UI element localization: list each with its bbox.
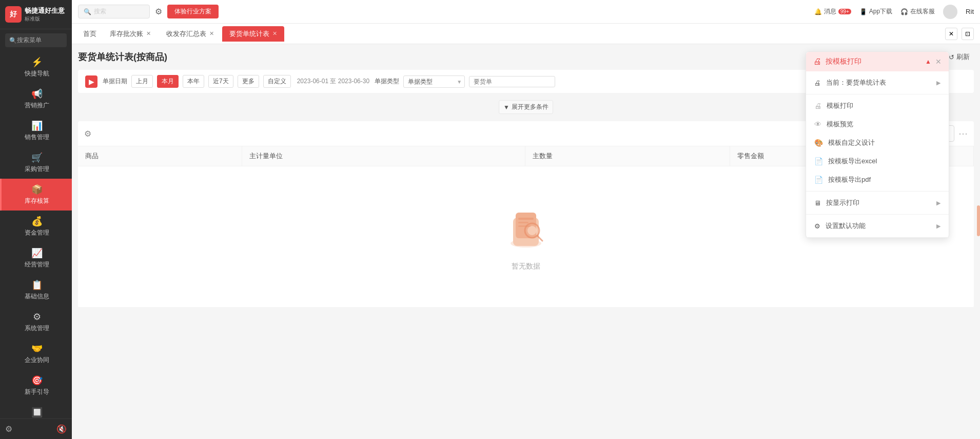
tab-order-stats-close[interactable]: ✕: [272, 30, 277, 37]
page-title: 要货单统计表(按商品): [78, 51, 167, 63]
sidebar-item-sales[interactable]: 📊 销售管理: [0, 115, 72, 147]
dropdown-template-excel[interactable]: 📄 按模板导出excel: [806, 152, 949, 170]
sidebar-item-coop[interactable]: 🤝 企业协同: [0, 338, 72, 370]
template-pdf-icon: 📄: [814, 176, 823, 184]
notification-label: 消息: [824, 7, 836, 16]
dropdown-items-section: 🖨 模板打印 👁 模板预览 🎨 模板自定义设计 📄 按模板导出excel 📄 按…: [806, 94, 949, 192]
col-goods: 商品: [78, 146, 242, 166]
default-function-expand-icon: ▶: [936, 223, 940, 230]
template-pdf-label: 按模板导出pdf: [828, 175, 871, 184]
sidebar-item-marketing[interactable]: 📢 营销推广: [0, 83, 72, 115]
dropdown-current-section: 🖨 当前：要货单统计表 ▶: [806, 71, 949, 94]
expand-more-btn[interactable]: ▼ 展开更多条件: [499, 100, 553, 114]
sidebar-item-apps[interactable]: 🔲 应用中心: [0, 402, 72, 418]
finance-icon: 💰: [31, 216, 43, 227]
inventory-label: 库存核算: [25, 197, 49, 205]
dropdown-default-function[interactable]: ⚙ 设置默认功能 ▶: [806, 217, 949, 235]
col-quantity: 主数量: [525, 146, 730, 166]
date-prev-month-btn[interactable]: 上月: [131, 75, 153, 88]
sidebar-search[interactable]: 🔍 搜索菜单: [5, 33, 67, 47]
sidebar-logo: 好 畅捷通好生意 标准版: [0, 0, 72, 29]
date-current-year-btn[interactable]: 本年: [183, 75, 204, 88]
sidebar-item-inventory[interactable]: 📦 库存核算: [0, 179, 72, 211]
table-gear-icon[interactable]: ⚙: [84, 129, 91, 139]
dropdown-template-preview[interactable]: 👁 模板预览: [806, 115, 949, 133]
app-download-btn[interactable]: 📱 App下载: [859, 7, 892, 16]
date-label: 单据日期: [103, 77, 127, 86]
topbar: 🔍 搜索 ⚙ 体验行业方案 🔔 消息 99+ 📱 App下载 🎧 在线客服 Ri…: [72, 0, 980, 24]
filter-row: 单据日期 上月 本月 本年 近7天 更多 自定义 2023-06-01 至 20…: [103, 75, 369, 88]
tab-receipts-close[interactable]: ✕: [209, 30, 214, 37]
empty-illustration: [500, 202, 552, 254]
sidebar-item-system[interactable]: ⚙ 系统管理: [0, 306, 72, 338]
sidebar-item-guide[interactable]: 🎯 新手引导: [0, 370, 72, 402]
dropdown-chevron-up-icon[interactable]: ▲: [925, 58, 931, 65]
dropdown-current-item[interactable]: 🖨 当前：要货单统计表 ▶: [806, 73, 949, 92]
mute-icon[interactable]: 🔇: [56, 424, 67, 434]
dropdown-template-custom[interactable]: 🎨 模板自定义设计: [806, 133, 949, 152]
tab-maximize-btn[interactable]: ⊡: [962, 28, 974, 40]
template-custom-label: 模板自定义设计: [828, 138, 875, 147]
type-label: 单据类型: [375, 77, 399, 86]
date-custom-btn[interactable]: 自定义: [263, 75, 291, 88]
date-7days-btn[interactable]: 近7天: [208, 75, 233, 88]
type-select[interactable]: 单据类型: [403, 75, 465, 88]
sidebar-item-finance[interactable]: 💰 资金管理: [0, 211, 72, 242]
sidebar-item-business[interactable]: 📈 经营管理: [0, 242, 72, 274]
tab-order-stats-label: 要货单统计表: [229, 29, 269, 39]
svg-rect-4: [518, 222, 528, 223]
dropdown-close-icon[interactable]: ✕: [935, 58, 942, 66]
mobile-icon: 📱: [859, 8, 867, 15]
search-label: 搜索菜单: [17, 36, 42, 45]
filter-expand-btn[interactable]: ▶: [85, 75, 97, 88]
topbar-gear-icon[interactable]: ⚙: [155, 7, 162, 16]
tab-close-window-btn[interactable]: ✕: [945, 28, 957, 40]
tab-receipts[interactable]: 收发存汇总表 ✕: [159, 26, 221, 42]
sidebar-nav: ⚡ 快捷导航 📢 营销推广 📊 销售管理 🛒 采购管理 📦 库存核算 💰 资金管…: [0, 51, 72, 418]
dropdown-display-print[interactable]: 🖥 按显示打印 ▶: [806, 194, 949, 212]
tab-batch-close[interactable]: ✕: [146, 30, 151, 37]
date-current-month-btn[interactable]: 本月: [157, 75, 179, 88]
date-more-btn[interactable]: 更多: [238, 75, 259, 88]
refresh-label: 刷新: [956, 52, 970, 62]
dropdown-default-section: ⚙ 设置默认功能 ▶: [806, 215, 949, 238]
tab-batch-label: 库存批次账: [110, 29, 143, 39]
dropdown-template-pdf[interactable]: 📄 按模板导出pdf: [806, 170, 949, 189]
sales-icon: 📊: [31, 120, 43, 131]
topbar-search[interactable]: 🔍 搜索: [78, 5, 150, 18]
user-avatar[interactable]: [943, 5, 957, 19]
goods-filter-input[interactable]: [474, 78, 551, 85]
dropdown-printer-icon: 🖨: [813, 57, 821, 66]
dropdown-template-print[interactable]: 🖨 模板打印: [806, 97, 949, 115]
right-scrollbar[interactable]: [977, 205, 980, 236]
topbar-right: 🔔 消息 99+ 📱 App下载 🎧 在线客服 Rit: [814, 5, 974, 19]
tab-order-stats[interactable]: 要货单统计表 ✕: [222, 26, 284, 42]
guide-label: 新手引导: [25, 388, 49, 396]
expand-more-label: 展开更多条件: [512, 103, 548, 111]
tab-home[interactable]: 首页: [78, 26, 102, 42]
more-options-icon[interactable]: ⋯: [958, 128, 968, 139]
user-name[interactable]: Rit: [966, 8, 974, 15]
sidebar: 好 畅捷通好生意 标准版 🔍 搜索菜单 ⚡ 快捷导航 📢 营销推广 📊 销售管理…: [0, 0, 72, 439]
app-download-label: App下载: [869, 7, 892, 16]
sidebar-item-quicknav[interactable]: ⚡ 快捷导航: [0, 51, 72, 83]
sidebar-item-purchase[interactable]: 🛒 采购管理: [0, 147, 72, 179]
sidebar-item-basic[interactable]: 📋 基础信息: [0, 274, 72, 306]
template-preview-label: 模板预览: [827, 120, 853, 129]
trial-btn[interactable]: 体验行业方案: [167, 5, 219, 18]
search-icon: 🔍: [9, 37, 17, 44]
settings-bottom-icon[interactable]: ⚙: [5, 424, 12, 434]
topbar-search-icon: 🔍: [84, 8, 91, 15]
quicknav-icon: ⚡: [31, 56, 43, 68]
notification-badge: 99+: [838, 9, 851, 14]
template-print-label: 模板打印: [827, 101, 853, 110]
finance-label: 资金管理: [25, 228, 49, 237]
dropdown-current-icon: 🖨: [814, 79, 821, 87]
online-service-btn[interactable]: 🎧 在线客服: [900, 7, 935, 16]
basic-icon: 📋: [31, 279, 43, 291]
template-excel-label: 按模板导出excel: [828, 157, 877, 166]
notification-btn[interactable]: 🔔 消息 99+: [814, 7, 851, 16]
business-label: 经营管理: [25, 260, 49, 269]
tab-bar: 首页 库存批次账 ✕ 收发存汇总表 ✕ 要货单统计表 ✕ ✕ ⊡: [72, 24, 980, 44]
tab-batch[interactable]: 库存批次账 ✕: [103, 26, 158, 42]
